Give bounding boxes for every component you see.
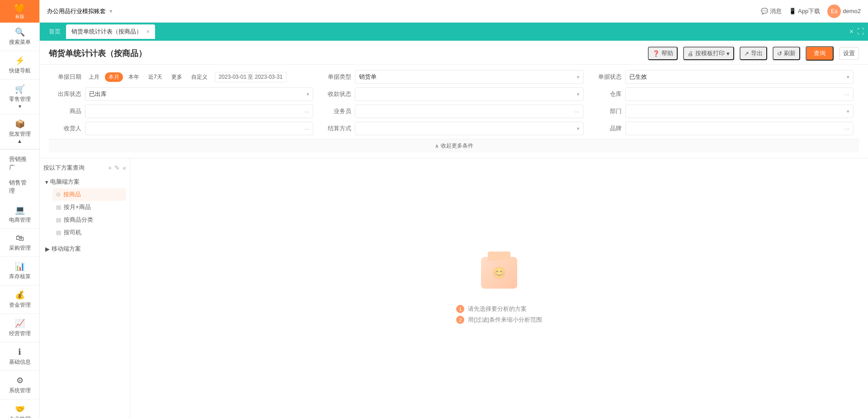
message-label: 消息: [770, 7, 782, 15]
date-range-display[interactable]: 2023-03-01 至 2023-03-31: [215, 72, 287, 82]
tree-leaf-by-month-goods-icon: ▤: [56, 204, 61, 210]
page-content: 销货单统计计表（按商品） ❓ 帮助 🖨 按模板打印 ▾ ↗ 导出 ↺ 刷新: [40, 41, 868, 418]
stockout-label: 出库状态: [49, 90, 85, 98]
topbar-right: 💬 消息 📱 App下载 Ea demo2: [761, 5, 861, 18]
template-print-label: 按模板打印: [695, 49, 725, 57]
filter-stockout-cell: 出库状态 已出库 ▾: [49, 87, 319, 101]
salesperson-input[interactable]: ···: [355, 104, 583, 118]
template-print-btn[interactable]: 🖨 按模板打印 ▾: [683, 47, 734, 60]
date-pill-thisyear[interactable]: 本年: [125, 72, 143, 82]
logo-area[interactable]: 🧡 标版: [0, 0, 39, 23]
left-panel-edit-btn[interactable]: ✎: [114, 164, 120, 171]
sidebar-item-quicknav[interactable]: ⚡ 快捷导航: [0, 51, 39, 80]
right-panel: 1 请先选择要分析的方案 2 用[过滤]条件来缩小分析范围: [130, 158, 868, 418]
date-pill-lastmonth[interactable]: 上月: [85, 72, 103, 82]
print-icon: 🖨: [688, 50, 693, 57]
stockout-input[interactable]: 已出库 ▾: [85, 87, 313, 101]
tab-minimize-btn[interactable]: ×: [849, 28, 854, 36]
sidebar-item-system[interactable]: ⚙ 系统管理: [0, 371, 39, 399]
sidebar-item-corp-label: 企业协同: [9, 415, 31, 418]
collapse-bar[interactable]: ∧ 收起更多条件: [49, 139, 859, 152]
docstatus-input[interactable]: 已生效 ▾: [625, 70, 854, 84]
payment-input[interactable]: ▾: [355, 122, 583, 135]
tab-home[interactable]: 首页: [43, 24, 66, 39]
wholesale-submenu: 营销推广 销售管理: [0, 149, 39, 200]
doctype-dropdown-icon: ▾: [577, 74, 580, 80]
left-panel-collapse-btn[interactable]: «: [123, 164, 126, 171]
tree-desktop-label: 电脑端方案: [50, 178, 80, 186]
query-btn[interactable]: 查询: [806, 46, 834, 61]
tree-desktop-children: ⊙ 按商品 ▤ 按月+商品 ▤ 按商品分类 ▤: [43, 188, 126, 239]
page-title: 销货单统计计表（按商品）: [49, 48, 146, 59]
app-download-btn[interactable]: 📱 App下载: [789, 7, 820, 15]
sidebar-item-corp[interactable]: 🤝 企业协同: [0, 399, 39, 418]
date-pill-more[interactable]: 更多: [168, 72, 186, 82]
settings-btn[interactable]: 设置: [839, 47, 859, 60]
app-download-label: App下载: [798, 7, 820, 15]
export-btn[interactable]: ↗ 导出: [740, 47, 767, 60]
left-panel-add-btn[interactable]: +: [108, 164, 112, 171]
tree-mobile: ▶ 移动端方案: [43, 242, 126, 255]
dept-label: 部门: [589, 107, 625, 115]
finance-icon: 💰: [15, 290, 25, 300]
message-btn[interactable]: 💬 消息: [761, 7, 782, 15]
tree-mobile-header[interactable]: ▶ 移动端方案: [43, 242, 126, 255]
sidebar-item-retail[interactable]: 🛒 零售管理 ▾: [0, 80, 39, 114]
sidebar-item-operations[interactable]: 📈 经营管理: [0, 314, 39, 342]
help-btn[interactable]: ❓ 帮助: [648, 47, 678, 60]
sidebar: 🧡 标版 🔍 搜索菜单 ⚡ 快捷导航 🛒 零售管理 ▾ 📦 批发管理 ▲ 营销推…: [0, 0, 40, 418]
dept-input[interactable]: ▾: [625, 104, 854, 118]
brand-input[interactable]: ···: [625, 122, 854, 135]
sidebar-item-ecommerce-label: 电商管理: [9, 216, 31, 224]
sidebar-item-ecommerce[interactable]: 💻 电商管理: [0, 200, 39, 229]
sidebar-item-search[interactable]: 🔍 搜索菜单: [0, 23, 39, 51]
sidebar-item-finance[interactable]: 💰 资金管理: [0, 285, 39, 314]
doctype-input[interactable]: 销货单 ▾: [355, 70, 583, 84]
salesperson-more-icon: ···: [575, 108, 580, 115]
sidebar-item-basic[interactable]: ℹ 基础信息: [0, 342, 39, 371]
date-pills: 上月 本月 本年 近7天 更多 自定义: [85, 72, 211, 82]
refresh-btn[interactable]: ↺ 刷新: [773, 47, 800, 60]
content-body: 按以下方案查询 + ✎ « ▾ 电脑端方案 ⊙: [40, 158, 868, 418]
tab-active-label: 销货单统计计表（按商品）: [71, 28, 142, 36]
empty-tip-2: 2 用[过滤]条件来缩小分析范围: [456, 316, 542, 324]
date-pill-custom[interactable]: 自定义: [188, 72, 211, 82]
tab-maximize-btn[interactable]: ⛶: [857, 28, 864, 36]
submenu-sales[interactable]: 销售管理: [0, 175, 39, 199]
tree-leaf-by-machine[interactable]: ▤ 按司机: [52, 226, 126, 239]
receiptstatus-dropdown-icon: ▾: [577, 91, 580, 97]
tree-leaf-by-month-goods[interactable]: ▤ 按月+商品: [52, 201, 126, 214]
empty-state-tips: 1 请先选择要分析的方案 2 用[过滤]条件来缩小分析范围: [456, 305, 542, 324]
tree-desktop-header[interactable]: ▾ 电脑端方案: [43, 176, 126, 188]
sidebar-item-wholesale[interactable]: 📦 批发管理 ▲: [0, 114, 39, 149]
warehouse-label: 仓库: [589, 90, 625, 98]
filter-date-cell: 单据日期 上月 本月 本年 近7天 更多 自定义 2023-03-01 至 20…: [49, 70, 319, 84]
user-info[interactable]: Ea demo2: [827, 5, 861, 18]
empty-state: 1 请先选择要分析的方案 2 用[过滤]条件来缩小分析范围: [456, 252, 542, 324]
sidebar-item-inventory-label: 库存核算: [9, 273, 31, 280]
search-icon: 🔍: [15, 27, 25, 37]
submenu-marketing[interactable]: 营销推广: [0, 152, 39, 175]
main-area: 办公用品行业模拟账套 ▾ 💬 消息 📱 App下载 Ea demo2 首页: [40, 0, 868, 418]
sidebar-item-purchase[interactable]: 🛍 采购管理: [0, 229, 39, 257]
tree-leaf-by-goods[interactable]: ⊙ 按商品: [52, 188, 126, 201]
tab-close-btn[interactable]: ×: [146, 28, 150, 35]
tab-active[interactable]: 销货单统计计表（按商品） ×: [66, 24, 155, 39]
sidebar-item-inventory[interactable]: 📊 库存核算: [0, 257, 39, 285]
filter-salesperson-cell: 业务员 ···: [319, 104, 589, 118]
sidebar-item-wholesale-label: 批发管理: [9, 130, 31, 138]
recipient-input[interactable]: ···: [85, 122, 313, 135]
warehouse-input[interactable]: ···: [625, 87, 854, 101]
print-dropdown-icon: ▾: [726, 50, 730, 57]
sidebar-item-purchase-label: 采购管理: [9, 244, 31, 252]
tree-leaf-by-category[interactable]: ▤ 按商品分类: [52, 214, 126, 226]
receiptstatus-input[interactable]: ▾: [355, 87, 583, 101]
refresh-label: 刷新: [784, 49, 796, 57]
date-pill-thismonth[interactable]: 本月: [105, 72, 123, 82]
tree-leaf-by-category-icon: ▤: [56, 217, 61, 223]
page-actions: ❓ 帮助 🖨 按模板打印 ▾ ↗ 导出 ↺ 刷新 查询: [648, 46, 859, 61]
goods-input[interactable]: ···: [85, 104, 313, 118]
topbar-dropdown-icon[interactable]: ▾: [109, 8, 113, 14]
tree-leaf-by-goods-icon: ⊙: [56, 191, 61, 198]
date-pill-7days[interactable]: 近7天: [145, 72, 166, 82]
